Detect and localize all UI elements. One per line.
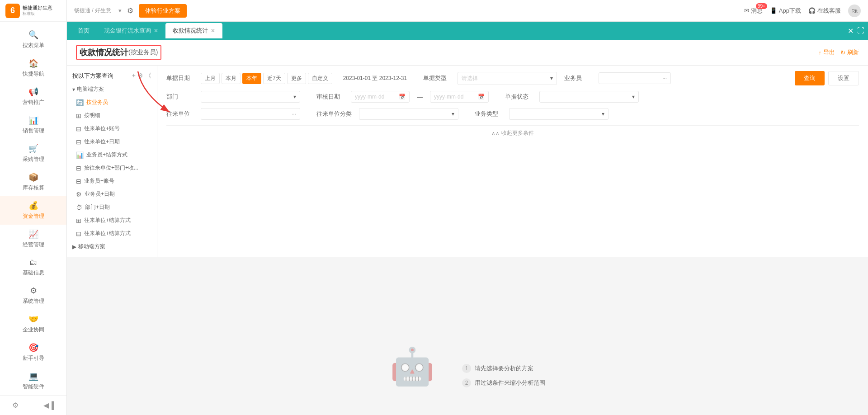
sidebar-item-finance[interactable]: 💰 资金管理: [0, 196, 66, 225]
sidebar-item-search[interactable]: 🔍 搜索菜单: [0, 25, 66, 54]
sidebar-item-sales[interactable]: 📊 销售管理: [0, 111, 66, 139]
date-btn-last7[interactable]: 近7天: [263, 73, 285, 84]
topbar-settings-icon[interactable]: ⚙: [127, 6, 133, 15]
hint-num-2: 2: [462, 378, 471, 387]
collapse-button[interactable]: ∧∧ 收起更多条件: [488, 126, 538, 141]
sidebar-item-shortcut[interactable]: 🏠 快捷导航: [0, 54, 66, 82]
tab-close-all-icon[interactable]: ✕: [848, 27, 854, 35]
sidebar-item-system[interactable]: ⚙ 系统管理: [0, 281, 66, 310]
collapse-row: ∧∧ 收起更多条件: [166, 125, 859, 141]
dept-date-icon: ⏱: [76, 204, 82, 211]
tab-collection-close-icon[interactable]: ✕: [211, 28, 215, 34]
tab-bank[interactable]: 现金银行流水查询 ✕: [97, 23, 165, 38]
biz-type-label: 业务类型: [475, 110, 502, 118]
partner-more-icon[interactable]: ···: [292, 111, 296, 117]
scheme-sidebar: 按以下方案查询 + ⚙ 《 ▾ 电脑端方案 🔄 按业务员: [67, 66, 157, 257]
message-icon: ✉: [744, 7, 749, 14]
logo-icon: 6: [5, 4, 20, 18]
scheme-item-unit-date[interactable]: ⊟ 往来单位+日期: [67, 135, 157, 148]
biz-type-select[interactable]: ▾: [509, 108, 609, 120]
empty-hint-1: 1 请先选择要分析的方案: [462, 364, 533, 373]
scheme-item-by-salesman[interactable]: 🔄 按业务员: [67, 96, 157, 109]
sidebar-item-operation[interactable]: 📈 经营管理: [0, 225, 66, 253]
home-icon: 🏠: [28, 58, 38, 68]
review-date-label: 审核日期: [316, 93, 344, 101]
more-icon: ···: [662, 75, 667, 81]
calendar-icon[interactable]: 📅: [399, 94, 406, 100]
sidebar-item-inventory[interactable]: 📦 库存核算: [0, 168, 66, 196]
scheme-group-desktop-title[interactable]: ▾ 电脑端方案: [67, 83, 157, 96]
salesman-icon: 🔄: [76, 99, 84, 106]
sidebar: 6 畅捷通好生意 标准版 🔍 搜索菜单 🏠 快捷导航 📢 营销推广 📊 销售管理…: [0, 0, 67, 415]
scheme-item-unit-settle2[interactable]: ⊟ 往来单位+结算方式: [67, 227, 157, 240]
settings-button[interactable]: 设置: [828, 71, 859, 85]
scheme-item-salesman-date[interactable]: ⚙ 业务员+日期: [67, 188, 157, 201]
sidebar-item-purchase[interactable]: 🛒 采购管理: [0, 139, 66, 168]
sidebar-item-marketing[interactable]: 📢 营销推广: [0, 82, 66, 111]
scheme-header: 按以下方案查询 + ⚙ 《: [67, 69, 157, 83]
message-btn[interactable]: ✉ 消息 99+: [744, 7, 763, 15]
chevron-down-icon: ▾: [602, 111, 604, 117]
calendar-icon-2[interactable]: 📅: [478, 94, 485, 100]
sidebar-collapse-btn[interactable]: ◀▐: [43, 401, 54, 410]
tab-home[interactable]: 首页: [71, 23, 97, 38]
sidebar-item-basic[interactable]: 🗂 基础信息: [0, 253, 66, 281]
topbar: 畅捷通 / 好生意 ▾ ⚙ 体验行业方案 ✉ 消息 99+ 📱 App下载 🎧 …: [67, 0, 868, 22]
partner-select[interactable]: ···: [201, 108, 300, 120]
tab-expand-icon[interactable]: ⛶: [857, 27, 864, 35]
sidebar-nav: 🔍 搜索菜单 🏠 快捷导航 📢 营销推广 📊 销售管理 🛒 采购管理 📦 库存核…: [0, 22, 66, 395]
scheme-group-mobile-title[interactable]: ▶ 移动端方案: [67, 240, 157, 253]
tab-actions: ✕ ⛶: [848, 27, 864, 35]
tab-bar: 首页 现金银行流水查询 ✕ 收款情况统计 ✕ ✕ ⛶: [67, 22, 868, 40]
sidebar-item-hardware[interactable]: 💻 智能硬件: [0, 367, 66, 395]
chevron-down-icon: ▾: [452, 111, 454, 117]
app-download-btn[interactable]: 📱 App下载: [770, 7, 801, 15]
scheme-settings-icon[interactable]: ⚙: [137, 72, 143, 80]
unit-account-icon: ⊟: [76, 125, 81, 132]
salesman-settle-icon: 📊: [76, 151, 84, 159]
review-date-end[interactable]: yyyy-mm-dd 📅: [430, 91, 489, 103]
scheme-item-unit-dept-collect[interactable]: ⊟ 按往来单位+部门+收...: [67, 161, 157, 174]
export-button[interactable]: ↑ 导出: [819, 48, 835, 57]
salesman-select[interactable]: ···: [599, 72, 671, 84]
doc-type-select[interactable]: 请选择 ▾: [458, 72, 557, 85]
date-btn-custom[interactable]: 自定义: [308, 73, 332, 84]
sidebar-bottom: ⚙ ◀▐: [0, 395, 66, 415]
salesman-account-icon: ⊟: [76, 178, 81, 185]
date-btn-this-month[interactable]: 本月: [222, 73, 241, 84]
detail-icon: ⊞: [76, 112, 81, 119]
sidebar-item-guide[interactable]: 🎯 新手引导: [0, 338, 66, 367]
partner-category-select[interactable]: ▾: [359, 108, 458, 120]
scheme-item-salesman-account[interactable]: ⊟ 业务员+账号: [67, 174, 157, 188]
dept-select[interactable]: ▾: [201, 91, 300, 103]
scheme-collapse-icon[interactable]: 《: [145, 72, 151, 80]
sidebar-item-corp[interactable]: 🤝 企业协同: [0, 310, 66, 338]
doc-status-select[interactable]: ▾: [539, 91, 639, 103]
topbar-dropdown-icon[interactable]: ▾: [118, 7, 122, 14]
scheme-add-icon[interactable]: +: [132, 72, 136, 80]
scheme-item-unit-account[interactable]: ⊟ 往来单位+账号: [67, 122, 157, 135]
online-service-btn[interactable]: 🎧 在线客服: [808, 7, 841, 15]
scheme-item-salesman-settle[interactable]: 📊 业务员+结算方式: [67, 148, 157, 161]
sales-icon: 📊: [28, 115, 38, 125]
date-btn-this-year[interactable]: 本年: [242, 73, 261, 84]
scheme-item-dept-date[interactable]: ⏱ 部门+日期: [67, 201, 157, 214]
refresh-button[interactable]: ↻ 刷新: [840, 48, 859, 57]
query-button[interactable]: 查询: [795, 71, 825, 85]
user-avatar[interactable]: Rit: [848, 5, 861, 17]
review-date-start[interactable]: yyyy-mm-dd 📅: [351, 91, 410, 103]
operation-icon: 📈: [28, 229, 38, 239]
date-btn-last-month[interactable]: 上月: [201, 73, 220, 84]
date-btn-more[interactable]: 更多: [287, 73, 306, 84]
sidebar-settings-btn[interactable]: ⚙: [12, 401, 19, 410]
data-area: 🤖 1 请先选择要分析的方案 2 用过滤条件来缩小分析范围: [67, 257, 868, 415]
scheme-item-unit-settle1[interactable]: ⊞ 往来单位+结算方式: [67, 214, 157, 227]
dept-label: 部门: [166, 93, 193, 101]
tab-bank-close-icon[interactable]: ✕: [154, 28, 158, 34]
scheme-group-desktop: ▾ 电脑端方案 🔄 按业务员 ⊞ 按明细 ⊟ 往来单位+账号: [67, 83, 157, 240]
filter-row-2: 部门 ▾ 审核日期 yyyy-mm-dd 📅 — yyyy-mm-dd 📅: [166, 91, 859, 103]
scheme-item-by-detail[interactable]: ⊞ 按明细: [67, 109, 157, 122]
hint-num-1: 1: [462, 364, 471, 373]
trial-button[interactable]: 体验行业方案: [139, 4, 187, 18]
tab-collection[interactable]: 收款情况统计 ✕: [165, 23, 222, 38]
